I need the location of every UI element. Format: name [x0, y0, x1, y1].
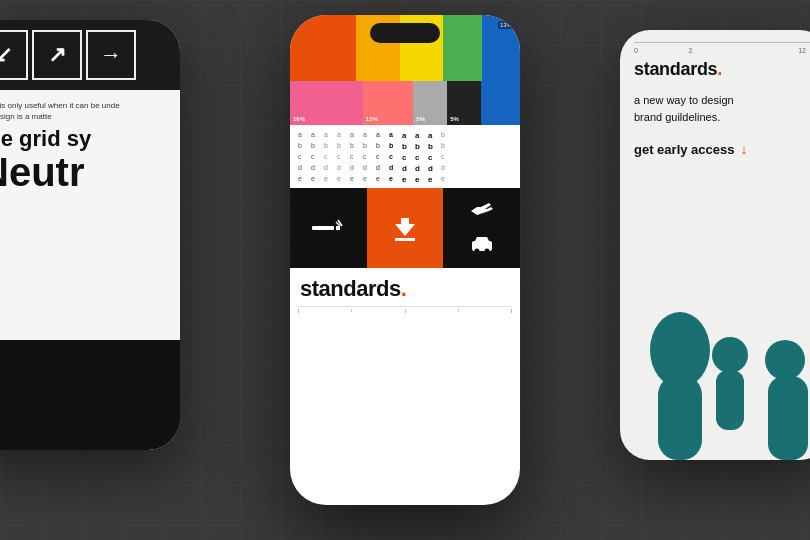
- cta-label: get early access: [634, 142, 734, 157]
- svg-rect-7: [395, 238, 415, 241]
- car-icon: [470, 235, 494, 253]
- phone-left-screen: ↙ ↗ → ation is only useful when it can b…: [0, 20, 180, 450]
- left-text-1: ation is only useful when it can be unde: [0, 100, 170, 111]
- swatch-pink: 16%: [290, 81, 363, 125]
- svg-marker-6: [395, 218, 415, 236]
- type-row-d: d d d d d d d d d d d d: [298, 164, 512, 173]
- center-icon-grid: [290, 188, 520, 268]
- left-brand-text: Neutr: [0, 152, 170, 192]
- swatch-bottom-row: 16% 15% 5% 5%: [290, 81, 520, 125]
- icon-pair: [443, 188, 520, 268]
- right-brand-dot: .: [717, 59, 722, 79]
- ruler-num-0: 0: [634, 47, 638, 54]
- center-ruler: [290, 304, 520, 315]
- center-brand: standards.: [290, 268, 520, 304]
- center-notch: [370, 23, 440, 43]
- phone-center-screen: 13% 16% 15% 5% 5%: [290, 15, 520, 505]
- svg-rect-16: [768, 376, 808, 460]
- svg-rect-3: [336, 226, 340, 230]
- left-bottom-arc: [0, 360, 180, 450]
- left-icon-3: →: [86, 30, 136, 80]
- swatch-percent-3: 5%: [416, 116, 425, 122]
- type-grid: a a a a a a a a a a a b b b b b b b: [290, 125, 520, 188]
- left-icon-2: ↗: [32, 30, 82, 80]
- right-brand-text: standards: [634, 59, 717, 79]
- airplane-icon: [469, 203, 495, 219]
- left-grid-text: the grid sy: [0, 126, 170, 152]
- phone-right: 0 2 12 standards. a new way to design br…: [620, 30, 810, 460]
- type-row-b: b b b b b b b b b b b b: [298, 142, 512, 151]
- icon-download: [367, 188, 444, 268]
- phone-left: ↙ ↗ → ation is only useful when it can b…: [0, 20, 180, 450]
- people-svg: [620, 290, 810, 460]
- tagline-line1: a new way to design: [634, 94, 734, 106]
- percent-badge-top: 13%: [498, 21, 514, 29]
- svg-rect-1: [0, 340, 180, 430]
- swatch-red: 15%: [363, 81, 414, 125]
- left-icon-1: ↙: [0, 30, 28, 80]
- center-brand-text: standards: [300, 276, 401, 301]
- tagline-line2: brand guildelines.: [634, 111, 720, 123]
- ruler-num-12: 12: [798, 47, 806, 54]
- left-bottom-svg: [0, 340, 180, 430]
- right-tagline-text: a new way to design brand guildelines.: [634, 92, 810, 125]
- download-icon: [391, 214, 419, 242]
- swatch-blue-bottom: [481, 81, 520, 125]
- right-ruler: 0 2 12: [634, 42, 810, 47]
- right-cta[interactable]: get early access ↓: [634, 141, 810, 157]
- type-row-a: a a a a a a a a a a a b: [298, 131, 512, 140]
- right-tagline: a new way to design brand guildelines.: [634, 92, 810, 125]
- phone-center: 13% 16% 15% 5% 5%: [290, 15, 520, 505]
- swatch-percent-2: 15%: [366, 116, 378, 122]
- ruler-num-2: 2: [689, 47, 693, 54]
- smoking-icon: [312, 218, 344, 238]
- swatch-gray: 5%: [413, 81, 447, 125]
- svg-rect-12: [658, 375, 702, 460]
- phone-right-screen: 0 2 12 standards. a new way to design br…: [620, 30, 810, 460]
- type-row-e: e e e e e e e e e e e e: [298, 175, 512, 184]
- swatch-percent-1: 16%: [293, 116, 305, 122]
- ruler-line: [298, 306, 512, 313]
- people-shapes: [620, 290, 810, 460]
- right-brand: standards.: [634, 59, 810, 80]
- swatch-percent-4: 5%: [450, 116, 459, 122]
- left-icons-row: ↙ ↗ →: [0, 20, 180, 90]
- swatch-black: 5%: [447, 81, 481, 125]
- type-a-light: a: [298, 131, 308, 140]
- center-brand-dot: .: [401, 276, 407, 301]
- svg-rect-14: [716, 370, 744, 430]
- type-row-c: c c c c c c c c c c c c: [298, 153, 512, 162]
- svg-point-13: [712, 337, 748, 373]
- icon-smoking: [290, 188, 367, 268]
- left-text-2: od design is a matte: [0, 111, 170, 122]
- cta-arrow-icon: ↓: [740, 141, 747, 157]
- svg-point-15: [765, 340, 805, 380]
- svg-rect-2: [312, 226, 334, 230]
